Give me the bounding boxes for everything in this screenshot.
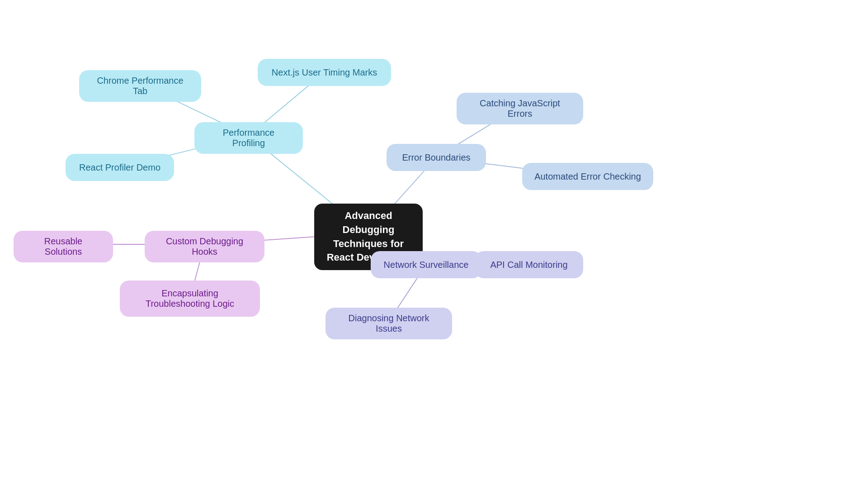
encapsulating-troubleshooting-node[interactable]: Encapsulating Troubleshooting Logic bbox=[120, 281, 260, 317]
api-call-monitoring-node[interactable]: API Call Monitoring bbox=[475, 251, 583, 278]
custom-debugging-hooks-node[interactable]: Custom Debugging Hooks bbox=[145, 231, 264, 262]
error-boundaries-node[interactable]: Error Boundaries bbox=[387, 144, 486, 171]
diagnosing-network-issues-node[interactable]: Diagnosing Network Issues bbox=[326, 308, 452, 339]
performance-profiling-node[interactable]: Performance Profiling bbox=[194, 122, 303, 154]
chrome-performance-tab-node[interactable]: Chrome Performance Tab bbox=[79, 70, 201, 102]
nextjs-user-timing-node[interactable]: Next.js User Timing Marks bbox=[258, 59, 391, 86]
react-profiler-demo-node[interactable]: React Profiler Demo bbox=[66, 154, 174, 181]
catching-js-errors-node[interactable]: Catching JavaScript Errors bbox=[457, 93, 583, 124]
network-surveillance-node[interactable]: Network Surveillance bbox=[371, 251, 481, 278]
automated-error-checking-node[interactable]: Automated Error Checking bbox=[522, 163, 653, 190]
reusable-solutions-node[interactable]: Reusable Solutions bbox=[14, 231, 113, 262]
